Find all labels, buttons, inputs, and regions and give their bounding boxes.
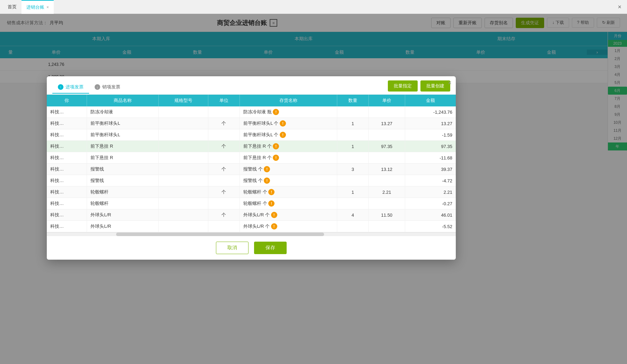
warning-icon[interactable]: ! — [271, 223, 277, 229]
cell-company-1: 科技… — [47, 118, 87, 129]
modal-table-scroll[interactable]: 你 商品名称 规格型号 单位 存货名称 数量 单价 金额 科技… 防冻冷却液 — [47, 95, 456, 232]
modal-close-icon[interactable]: × — [448, 80, 452, 86]
col-header-inventory: 存货名称 — [240, 95, 337, 106]
cell-spec-10 — [159, 221, 208, 232]
cell-product-3: 前下悬挂 R — [87, 141, 159, 152]
cell-price-10 — [369, 221, 405, 232]
cell-qty-1: 1 — [337, 118, 369, 129]
tab-incoming-invoice[interactable]: ↑ 进项发票 — [52, 81, 89, 94]
cell-qty-6 — [337, 175, 369, 187]
cell-inventory-4: 前下悬挂 R 个 ! — [240, 152, 337, 164]
tab-ledger[interactable]: 进销台账 × — [21, 0, 54, 14]
cell-product-4: 前下悬挂 R — [87, 152, 159, 164]
warning-icon[interactable]: ! — [280, 132, 286, 138]
col-header-amount: 金额 — [405, 95, 456, 106]
cell-price-8 — [369, 198, 405, 209]
cell-qty-4 — [337, 152, 369, 164]
incoming-tab-icon: ↑ — [58, 84, 63, 90]
warning-icon[interactable]: ! — [264, 177, 270, 184]
cell-unit-6 — [208, 175, 240, 187]
cell-qty-10 — [337, 221, 369, 232]
cell-price-7: 2.21 — [369, 187, 405, 198]
cell-spec-6 — [159, 175, 208, 187]
table-row: 科技… 轮毂螺杆 个 轮毂螺杆 个 ! 1 2.21 2.21 — [47, 187, 456, 198]
cell-company-5: 科技… — [47, 164, 87, 175]
cell-spec-0 — [159, 106, 208, 118]
warning-icon[interactable]: ! — [264, 166, 270, 172]
tab-home[interactable]: 首页 — [3, 0, 21, 14]
warning-icon[interactable]: ! — [273, 155, 279, 161]
cell-product-0: 防冻冷却液 — [87, 106, 159, 118]
cell-qty-8 — [337, 198, 369, 209]
cell-product-2: 前平衡杆球头L — [87, 129, 159, 141]
batch-assign-button[interactable]: 批量指定 — [388, 80, 418, 92]
cell-company-9: 科技… — [47, 209, 87, 221]
outgoing-tab-icon: ↓ — [95, 84, 100, 90]
cell-spec-2 — [159, 129, 208, 141]
cell-spec-5 — [159, 164, 208, 175]
cell-company-2: 科技… — [47, 129, 87, 141]
cell-qty-0 — [337, 106, 369, 118]
scrollbar-thumb[interactable] — [116, 233, 324, 236]
cell-price-0 — [369, 106, 405, 118]
horizontal-scrollbar[interactable] — [47, 232, 456, 236]
cell-amount-5: 39.37 — [405, 164, 456, 175]
table-row: 科技… 防冻冷却液 防冻冷却液 瓶 ! -1,243.76 — [47, 106, 456, 118]
col-header-price: 单价 — [369, 95, 405, 106]
cell-price-4 — [369, 152, 405, 164]
tab-home-label: 首页 — [8, 4, 17, 10]
warning-icon[interactable]: ! — [280, 120, 286, 127]
warning-icon[interactable]: ! — [268, 200, 275, 207]
save-button[interactable]: 保存 — [254, 242, 287, 254]
cell-product-6: 报警线 — [87, 175, 159, 187]
batch-create-button[interactable]: 批量创建 — [420, 80, 450, 92]
table-row: 科技… 前下悬挂 R 前下悬挂 R 个 ! -11.68 — [47, 152, 456, 164]
cell-unit-4 — [208, 152, 240, 164]
cell-unit-0 — [208, 106, 240, 118]
cell-amount-10: -5.52 — [405, 221, 456, 232]
cell-company-6: 科技… — [47, 175, 87, 187]
cell-qty-3: 1 — [337, 141, 369, 152]
window-close-icon[interactable]: × — [618, 3, 621, 10]
warning-icon[interactable]: ! — [271, 212, 277, 218]
cell-amount-8: -0.27 — [405, 198, 456, 209]
cell-unit-5: 个 — [208, 164, 240, 175]
cell-unit-10 — [208, 221, 240, 232]
cell-unit-9: 个 — [208, 209, 240, 221]
modal-header-buttons: 批量指定 批量创建 — [388, 80, 450, 94]
cell-company-0: 科技… — [47, 106, 87, 118]
cell-amount-0: -1,243.76 — [405, 106, 456, 118]
cell-inventory-7: 轮毂螺杆 个 ! — [240, 187, 337, 198]
cell-spec-4 — [159, 152, 208, 164]
tab-ledger-close[interactable]: × — [46, 5, 49, 10]
col-header-qty: 数量 — [337, 95, 369, 106]
cell-company-10: 科技… — [47, 221, 87, 232]
warning-icon[interactable]: ! — [273, 109, 279, 115]
cell-product-9: 外球头L/R — [87, 209, 159, 221]
tab-outgoing-invoice[interactable]: ↓ 销项发票 — [89, 81, 126, 94]
table-row: 科技… 前平衡杆球头L 个 前平衡杆球头L 个 ! 1 13.27 13.27 — [47, 118, 456, 129]
cell-product-1: 前平衡杆球头L — [87, 118, 159, 129]
cell-unit-2 — [208, 129, 240, 141]
cell-amount-9: 46.01 — [405, 209, 456, 221]
warning-icon[interactable]: ! — [273, 143, 279, 149]
cell-company-8: 科技… — [47, 198, 87, 209]
table-row: 科技… 外球头L/R 外球头L/R 个 ! -5.52 — [47, 221, 456, 232]
cell-inventory-8: 轮毂螺杆 个 ! — [240, 198, 337, 209]
cell-amount-7: 2.21 — [405, 187, 456, 198]
tab-bar: 首页 进销台账 × × — [0, 0, 627, 14]
main-content: 销售成本计算方法： 月平均 商贸企业进销台账 ≡ 对账 重新开账 存货别名 生成… — [0, 14, 627, 364]
warning-icon[interactable]: ! — [268, 189, 275, 195]
modal-header: ↑ 进项发票 ↓ 销项发票 批量指定 批量创建 × — [47, 76, 456, 95]
cell-qty-2 — [337, 129, 369, 141]
cell-product-7: 轮毂螺杆 — [87, 187, 159, 198]
col-header-company: 你 — [47, 95, 87, 106]
cell-inventory-3: 前下悬挂 R 个 ! — [240, 141, 337, 152]
cell-unit-8 — [208, 198, 240, 209]
cell-amount-1: 13.27 — [405, 118, 456, 129]
cell-inventory-5: 报警线 个 ! — [240, 164, 337, 175]
cell-price-6 — [369, 175, 405, 187]
modal-table: 你 商品名称 规格型号 单位 存货名称 数量 单价 金额 科技… 防冻冷却液 — [47, 95, 456, 232]
cancel-button[interactable]: 取消 — [216, 242, 249, 254]
cell-price-3: 97.35 — [369, 141, 405, 152]
